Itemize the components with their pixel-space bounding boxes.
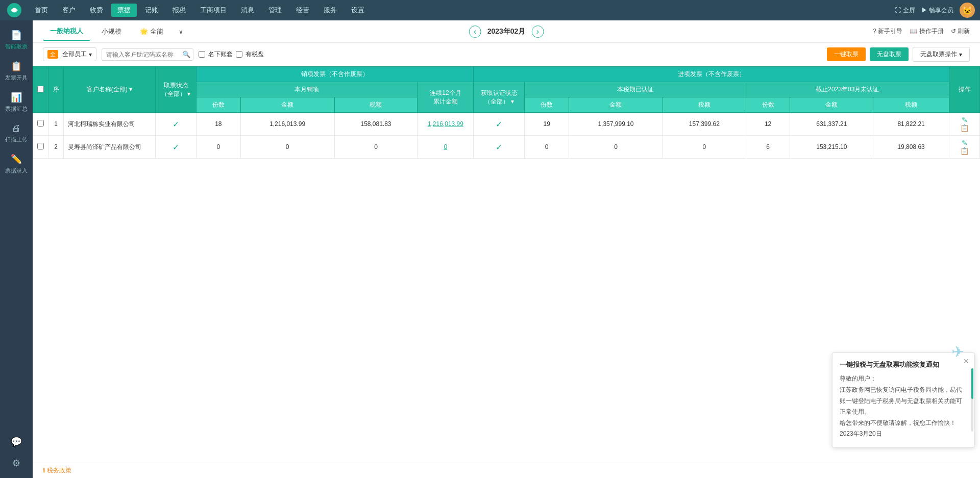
nav-invoice[interactable]: 票据 (111, 4, 137, 17)
scrollbar-thumb[interactable] (971, 368, 973, 399)
sidebar-item-invoice-open[interactable]: 📋 发票开具 (2, 57, 31, 86)
sidebar-item-invoice-summary[interactable]: 📊 票据汇总 (2, 88, 31, 117)
nav-message[interactable]: 消息 (235, 4, 260, 17)
th-verify-status-filter-icon[interactable]: ▾ (511, 98, 514, 105)
manual-btn[interactable]: 📖 操作手册 (910, 27, 943, 36)
has-tax-disc-checkbox[interactable] (236, 51, 242, 58)
row-unverified-tax-1: 19,808.63 (873, 136, 949, 159)
th-purchase-shares: 份数 (525, 97, 569, 113)
search-icon[interactable]: 🔍 (182, 51, 190, 58)
row-verify-status-0: ✓ (474, 113, 525, 136)
th-this-period-verified: 本税期已认证 (525, 82, 746, 97)
tab-more-btn[interactable]: ∨ (175, 26, 187, 37)
row-purchase-tax-0: 157,399.62 (663, 113, 746, 136)
notification-apology: 给您带来的不便敬请谅解，祝您工作愉快！ (840, 419, 956, 426)
one-key-fetch-button[interactable]: 一键取票 (827, 47, 866, 61)
notification-close-btn[interactable]: ✕ (963, 357, 969, 365)
row-select-0[interactable] (37, 120, 44, 127)
sidebar-label-invoice-summary: 票据汇总 (5, 105, 28, 113)
tab-small-scale[interactable]: 小规模 (94, 23, 129, 40)
top-right-actions: ⛶ 全屏 ▶ 畅享会员 🐱 (895, 3, 975, 18)
nav-manage[interactable]: 管理 (262, 4, 288, 17)
th-sales-tax: 税额 (334, 97, 418, 113)
filter-toolbar: 全 全部员工 ▾ 🔍 名下账套 有税盘 一键取票 无盘取票 无盘取票操作 (33, 43, 980, 66)
nav-fee[interactable]: 收费 (84, 4, 109, 17)
select-all-checkbox[interactable] (37, 86, 44, 92)
tab-general-taxpayer[interactable]: 一般纳税人 (43, 22, 90, 41)
row-no-0: 1 (48, 113, 64, 136)
no-disc-fetch-button[interactable]: 无盘取票 (870, 47, 909, 61)
sub-navigation: 一般纳税人 小规模 🌟 全能 ∨ ‹ 2023年02月 › ? 新手引导 📖 操… (33, 20, 980, 43)
nav-home[interactable]: 首页 (29, 4, 54, 17)
invoice-summary-icon: 📊 (11, 92, 22, 103)
no-disc-actions-dropdown-icon: ▾ (959, 51, 962, 58)
user-avatar[interactable]: 🐱 (960, 3, 975, 18)
sidebar-item-invoice-entry[interactable]: ✏️ 票据录入 (2, 149, 31, 179)
consecutive-12-link-0[interactable]: 1,216,013.99 (428, 120, 463, 128)
th-customer-filter-icon[interactable]: ▾ (129, 86, 132, 93)
edit-icon-0[interactable]: ✎ (962, 116, 968, 124)
row-consecutive-12-0: 1,216,013.99 (418, 113, 474, 136)
detail-icon-1[interactable]: 📋 (960, 147, 969, 155)
nav-accounting[interactable]: 记账 (139, 4, 164, 17)
notification-content: 尊敬的用户： 江苏政务网已恢复访问电子税务局功能，易代账一键登陆电子税务局与无盘… (840, 373, 967, 440)
detail-icon-0[interactable]: 📋 (960, 124, 969, 132)
consecutive-12-link-1[interactable]: 0 (444, 143, 448, 150)
row-select-1[interactable] (37, 143, 44, 149)
fetch-status-icon-1: ✓ (173, 143, 179, 152)
under-account-checkbox[interactable] (199, 51, 205, 58)
row-fetch-status-0: ✓ (156, 113, 197, 136)
date-next-btn[interactable]: › (531, 26, 544, 38)
nav-settings[interactable]: 设置 (345, 4, 371, 17)
employee-select[interactable]: 全 全部员工 ▾ (43, 47, 96, 61)
nav-operation[interactable]: 经营 (290, 4, 315, 17)
chat-icon: 💬 (11, 436, 22, 447)
filter-checkboxes: 名下账套 有税盘 (199, 50, 264, 59)
tab-all-capable[interactable]: 🌟 全能 (133, 23, 170, 40)
th-purchase-amount: 金额 (569, 97, 663, 113)
th-actions: 操作 (949, 67, 980, 113)
employee-select-label: 全部员工 (62, 50, 87, 59)
tab-all-capable-icon: 🌟 (140, 28, 148, 35)
invoice-open-icon: 📋 (11, 61, 22, 72)
svg-point-1 (12, 8, 16, 12)
th-fetch-status-filter-icon[interactable]: ▾ (187, 90, 190, 97)
sidebar-item-scan-upload[interactable]: 🖨 扫描上传 (2, 119, 31, 147)
employee-dropdown-icon: ▾ (89, 51, 92, 58)
edit-icon-1[interactable]: ✎ (962, 139, 968, 147)
nav-service[interactable]: 服务 (317, 4, 343, 17)
th-sales-amount: 金额 (240, 97, 334, 113)
no-disc-actions-button[interactable]: 无盘取票操作 ▾ (913, 47, 970, 62)
date-prev-btn[interactable]: ‹ (469, 26, 481, 38)
has-tax-disc-label: 有税盘 (246, 50, 264, 59)
nav-client[interactable]: 客户 (56, 4, 82, 17)
sidebar-label-smart-fetch: 智能取票 (5, 43, 28, 51)
customer-search-input[interactable] (102, 48, 193, 61)
table-row: 2 灵寿县尚泽矿产品有限公司 ✓ 0 0 0 0 ✓ 0 0 0 6 153,2… (33, 136, 980, 159)
row-unverified-shares-0: 12 (746, 113, 790, 136)
th-customer-name-text: 客户名称(全部) (87, 86, 128, 93)
th-purchase-tax: 税额 (663, 97, 746, 113)
notification-title: 一键报税与无盘取票功能恢复通知 (840, 360, 967, 369)
vip-btn[interactable]: ▶ 畅享会员 (921, 6, 953, 15)
row-verify-status-1: ✓ (474, 136, 525, 159)
verify-status-icon-1: ✓ (496, 143, 502, 152)
sidebar-item-chat[interactable]: 💬 (2, 432, 31, 451)
guide-btn[interactable]: ? 新手引导 (873, 27, 902, 36)
fullscreen-btn[interactable]: ⛶ 全屏 (895, 6, 915, 15)
nav-tax[interactable]: 报税 (166, 4, 192, 17)
row-purchase-shares-0: 19 (525, 113, 569, 136)
tax-policy-link[interactable]: 税务政策 (47, 467, 71, 474)
refresh-btn[interactable]: ↺ 刷新 (951, 27, 970, 36)
sidebar-item-settings[interactable]: ⚙ (2, 454, 31, 473)
th-checkbox (33, 67, 48, 113)
top-navigation: 首页 客户 收费 票据 记账 报税 工商项目 消息 管理 经营 服务 设置 ⛶ … (0, 0, 980, 20)
nav-business[interactable]: 工商项目 (194, 4, 233, 17)
row-purchase-amount-0: 1,357,999.10 (569, 113, 663, 136)
row-fetch-status-1: ✓ (156, 136, 197, 159)
sub-nav-right-actions: ? 新手引导 📖 操作手册 ↺ 刷新 (873, 27, 970, 36)
sidebar-item-smart-fetch[interactable]: 📄 智能取票 (2, 26, 31, 55)
row-unverified-amount-0: 631,337.21 (790, 113, 873, 136)
th-unverified-tax: 税额 (873, 97, 949, 113)
table-body: 1 河北柯瑞栋实业有限公司 ✓ 18 1,216,013.99 158,081.… (33, 113, 980, 159)
